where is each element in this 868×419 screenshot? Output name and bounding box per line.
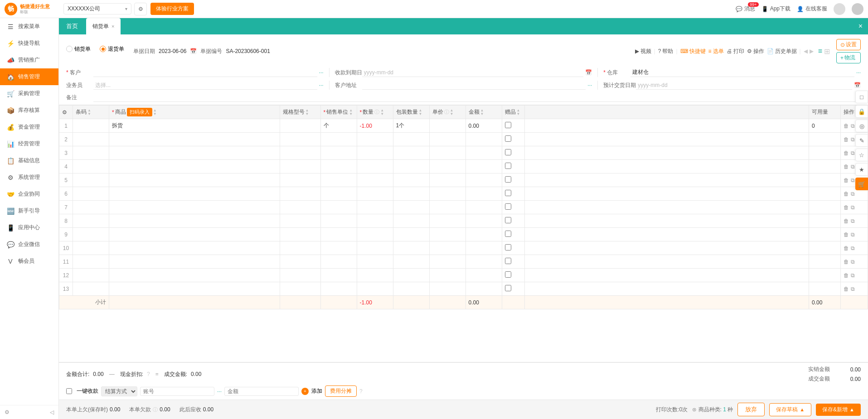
row-gift[interactable] [502,173,524,187]
goods-type-value[interactable]: 1 [723,406,726,413]
row-unit[interactable] [320,269,357,282]
row-gift-checkbox[interactable] [505,135,511,142]
row-qty[interactable] [357,255,393,269]
row-qty[interactable] [357,173,393,187]
address-input[interactable] [362,81,586,90]
fee-help-icon[interactable]: ? [359,388,363,395]
customer-ellipsis-icon[interactable]: ··· [319,69,324,76]
tab-home[interactable]: 首页 [59,18,85,34]
row-qty[interactable] [357,160,393,173]
warehouse-ellipsis-icon[interactable]: ··· [856,69,861,76]
row-gift-checkbox[interactable] [505,271,511,278]
row-gift-checkbox[interactable] [505,203,511,210]
row-price[interactable] [429,146,466,160]
print-button[interactable]: 🖨 打印 [727,48,744,55]
price-info-icon[interactable]: ⓘ [444,109,449,116]
row-copy-icon[interactable]: ⧉ [851,245,855,251]
row-gift[interactable] [502,146,524,160]
row-spec[interactable] [280,187,320,201]
row-gift-checkbox[interactable] [505,244,511,250]
row-spec[interactable] [280,228,320,241]
address-ellipsis-icon[interactable]: ··· [587,82,592,88]
row-qty[interactable] [357,228,393,241]
row-pack-qty[interactable] [393,160,429,173]
row-copy-icon[interactable]: ⧉ [851,204,855,211]
row-qty[interactable]: -1.00 [357,119,393,133]
row-pack-qty[interactable] [393,187,429,201]
row-gift[interactable] [502,133,524,146]
sidebar-item-wechat[interactable]: 💬 企业微信 [0,236,58,253]
sidebar-settings-icon[interactable]: ⚙ [5,409,10,415]
row-pack-qty[interactable] [393,146,429,160]
row-barcode[interactable] [73,228,109,241]
row-spec[interactable] [280,201,320,214]
row-barcode[interactable] [73,255,109,269]
row-barcode[interactable] [73,133,109,146]
sidebar-item-base[interactable]: 📋 基础信息 [0,152,58,169]
row-gift-checkbox[interactable] [505,285,511,291]
sidebar-item-purchase[interactable]: 🛒 采购管理 [0,85,58,102]
row-unit[interactable] [320,146,357,160]
grid-view-icon[interactable]: ⊞ [824,47,830,56]
row-barcode[interactable] [73,201,109,214]
row-price[interactable] [429,269,466,282]
row-goods[interactable] [109,214,280,228]
row-barcode[interactable] [73,269,109,282]
add-payment-button[interactable]: + [301,388,309,395]
row-qty[interactable] [357,201,393,214]
help-button[interactable]: ? 帮助 [658,48,674,55]
avatar2[interactable] [852,3,863,15]
float-btn-5[interactable]: ☆ [855,149,868,161]
float-btn-orange[interactable]: 🛒 [855,178,868,190]
row-delete-icon[interactable]: 🗑 [844,259,849,265]
row-delete-icon[interactable]: 🗑 [844,136,849,143]
save-draft-button[interactable]: 保存草稿 ▲ [769,403,811,416]
row-copy-icon[interactable]: ⧉ [851,286,855,292]
sidebar-item-system[interactable]: ⚙ 系统管理 [0,169,58,186]
row-barcode[interactable] [73,214,109,228]
row-unit[interactable] [320,228,357,241]
row-spec[interactable] [280,241,320,255]
account-input[interactable] [140,387,214,396]
row-pack-qty[interactable] [393,173,429,187]
row-copy-icon[interactable]: ⧉ [851,164,855,170]
row-goods[interactable] [109,133,280,146]
row-delete-icon[interactable]: 🗑 [844,231,849,238]
row-gift-checkbox[interactable] [505,176,511,183]
row-delete-icon[interactable]: 🗑 [844,218,849,224]
row-pack-qty[interactable] [393,214,429,228]
operate-button[interactable]: ⚙ 操作 [747,48,764,55]
one-pay-checkbox[interactable] [66,388,72,394]
row-unit[interactable] [320,214,357,228]
row-barcode[interactable] [73,160,109,173]
row-delete-icon[interactable]: 🗑 [844,164,849,170]
fee-split-button[interactable]: 费用分摊 [325,385,357,397]
row-spec[interactable] [280,269,320,282]
sidebar-item-sales[interactable]: 🏠 销售管理 [0,68,58,85]
sidebar-item-quicknav[interactable]: ⚡ 快捷导航 [0,35,58,52]
row-price[interactable] [429,241,466,255]
float-btn-4[interactable]: ✎ [855,134,868,147]
row-amount[interactable] [466,255,502,269]
row-spec[interactable] [280,133,320,146]
scan-button[interactable]: 扫码录入 [127,108,152,116]
due-date-input[interactable] [362,68,584,77]
choose-button[interactable]: ≡ 选单 [708,48,724,55]
row-goods[interactable] [109,241,280,255]
row-amount[interactable] [466,282,502,296]
row-gift[interactable] [502,282,524,296]
row-qty[interactable] [357,241,393,255]
sidebar-item-vip[interactable]: V 畅会员 [0,253,58,270]
tab-close-icon[interactable]: × [112,24,114,29]
row-unit[interactable] [320,160,357,173]
row-amount[interactable] [466,146,502,160]
th-settings[interactable]: ⚙ [59,106,73,119]
row-spec[interactable] [280,146,320,160]
row-barcode[interactable] [73,173,109,187]
row-barcode[interactable] [73,241,109,255]
row-gift[interactable] [502,228,524,241]
row-pack-qty[interactable] [393,269,429,282]
row-goods[interactable] [109,282,280,296]
row-gift-checkbox[interactable] [505,231,511,237]
row-pack-qty[interactable] [393,241,429,255]
